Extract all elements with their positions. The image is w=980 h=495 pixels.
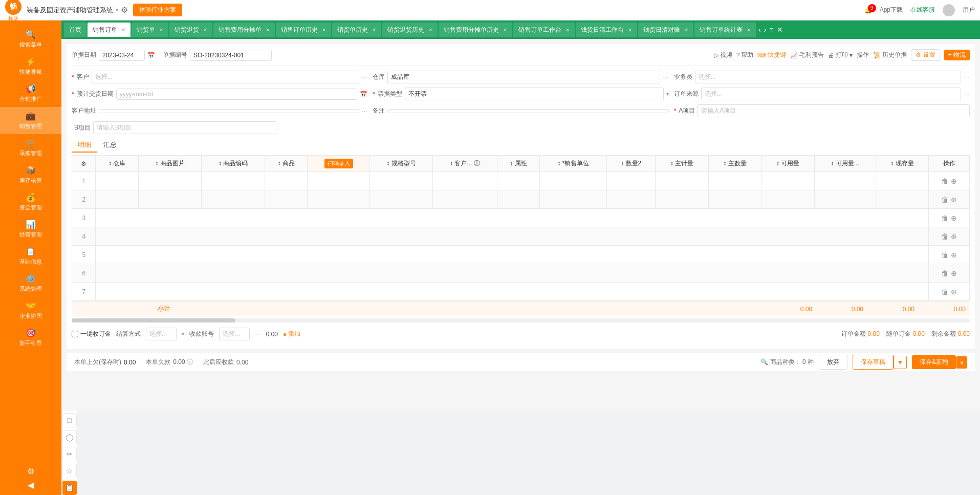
row-7-delete-icon[interactable]: 🗑 — [941, 288, 948, 296]
col-unit[interactable]: ↕ *销售单位 — [540, 156, 607, 172]
row-1-unit[interactable] — [540, 172, 607, 190]
tab-home[interactable]: 首页 — [64, 23, 86, 37]
discard-button[interactable]: 放弃 — [819, 355, 847, 370]
order-source-expand-icon[interactable]: ··· — [964, 90, 970, 98]
sidebar-item-operations[interactable]: 📊 经营管理 — [0, 216, 61, 243]
one-click-checkbox-label[interactable]: 一键收订金 — [72, 330, 111, 338]
row-1-warehouse[interactable] — [96, 172, 139, 190]
row-1-delete-icon[interactable]: 🗑 — [941, 177, 948, 185]
one-click-checkbox[interactable] — [72, 331, 78, 337]
sidebar-settings-icon[interactable]: ⚙ — [27, 466, 34, 476]
row-2-warehouse[interactable] — [96, 190, 139, 209]
tab-next-button[interactable]: › — [763, 26, 768, 34]
system-dropdown-arrow[interactable]: ▾ — [116, 7, 118, 13]
row-2-delete-icon[interactable]: 🗑 — [941, 196, 948, 204]
row-2-code[interactable] — [202, 190, 265, 209]
tab-menu-button[interactable]: ≡ — [768, 26, 775, 34]
row-6-delete-icon[interactable]: 🗑 — [941, 269, 948, 277]
row-7-copy-icon[interactable]: ⊕ — [951, 288, 957, 296]
col-code[interactable]: ↕ 商品编码 — [202, 156, 265, 172]
print-dropdown[interactable]: ▾ — [850, 52, 853, 59]
warehouse-input[interactable]: 成品库 — [387, 71, 660, 83]
save-new-dropdown-button[interactable]: ∨ — [956, 356, 967, 369]
sidebar-item-finance[interactable]: 💰 资金管理 — [0, 188, 61, 216]
sidebar-item-inventory[interactable]: 📦 库存核算 — [0, 161, 61, 188]
order-source-input[interactable]: 选择... — [701, 88, 962, 100]
save-draft-button[interactable]: 保存草稿 — [853, 355, 894, 370]
tab-invoice-history[interactable]: 销货单历史 ✕ — [332, 23, 381, 37]
col-customer-code[interactable]: ↕ 客户... ⓘ — [433, 156, 497, 172]
horizontal-scrollbar[interactable] — [72, 318, 970, 322]
online-service-link[interactable]: 在线客服 — [910, 6, 935, 14]
tab-sales-expense-close[interactable]: ✕ — [266, 27, 270, 33]
sidebar-item-marketing[interactable]: 📢 营销推广 — [0, 80, 61, 107]
operation-action[interactable]: 操作 — [857, 51, 869, 59]
row-1-qty2[interactable] — [607, 172, 656, 190]
salesperson-input[interactable]: 选择... — [695, 71, 962, 83]
right-icon-1[interactable]: □ — [62, 413, 77, 427]
sidebar-item-purchase[interactable]: 🛒 采购管理 — [0, 134, 61, 161]
col-qty2[interactable]: ↕ 数量2 — [607, 156, 656, 172]
row-2-unit[interactable] — [540, 190, 607, 209]
right-icon-2[interactable]: ◯ — [62, 430, 77, 444]
tab-sales-invoice[interactable]: 销货单 ✕ — [132, 23, 168, 37]
save-draft-dropdown-button[interactable]: ▼ — [894, 356, 907, 369]
row-3-copy-icon[interactable]: ⊕ — [951, 214, 957, 222]
row-1-customer-code[interactable] — [433, 172, 497, 190]
account-select[interactable]: 选择... — [219, 328, 250, 340]
tab-order-workbench[interactable]: 销售订单工作台 ✕ — [513, 23, 575, 37]
col-main-unit[interactable]: ↕ 主计量 — [656, 156, 709, 172]
setting-button[interactable]: ⚙ 设置 — [911, 49, 940, 61]
video-action[interactable]: ▷ 视频 — [714, 51, 732, 59]
sidebar-collapse-icon[interactable]: ◀ — [28, 480, 34, 490]
row-2-product[interactable] — [265, 190, 308, 209]
summary-tab[interactable]: 汇总 — [97, 138, 123, 153]
tab-return-history-close[interactable]: ✕ — [428, 27, 432, 33]
tab-sales-order[interactable]: 销售订单 ✕ — [88, 23, 130, 37]
row-2-qty2[interactable] — [607, 190, 656, 209]
right-icon-4[interactable]: ☆ — [62, 464, 77, 478]
tab-invoice-history-close[interactable]: ✕ — [372, 27, 376, 33]
tab-order-stats-close[interactable]: ✕ — [747, 27, 751, 33]
tab-sales-order-close[interactable]: ✕ — [121, 27, 125, 33]
solution-button[interactable]: 体验行业方案 — [133, 4, 182, 16]
col-image[interactable]: ↕ 商品图片 — [139, 156, 202, 172]
row-2-customer-code[interactable] — [433, 190, 497, 209]
sidebar-item-collab[interactable]: 🤝 企业协同 — [0, 297, 61, 324]
tab-cash-reconcile[interactable]: 钱货日清对账 ✕ — [638, 23, 693, 37]
scroll-thumb[interactable] — [72, 318, 235, 322]
row-2-main-qty[interactable] — [708, 190, 761, 209]
invoice-type-select[interactable]: 不开票 — [405, 88, 664, 100]
settings-gear-icon[interactable]: ⚙ — [121, 5, 128, 15]
col-settings[interactable]: ⚙ — [72, 156, 96, 172]
app-download-link[interactable]: App下载 — [880, 6, 903, 14]
tab-order-stats[interactable]: 销售订单统计表 ✕ — [694, 23, 756, 37]
right-icon-3[interactable]: ✏ — [62, 447, 77, 461]
row-5-copy-icon[interactable]: ⊕ — [951, 251, 957, 259]
tab-expense-history[interactable]: 销售费用分摊单历史 ✕ — [439, 23, 512, 37]
customer-input[interactable]: 选择... — [92, 71, 359, 83]
row-4-delete-icon[interactable]: 🗑 — [941, 232, 948, 241]
salesperson-expand-icon[interactable]: ··· — [964, 73, 970, 81]
notification-area[interactable]: 🔔 9 — [864, 7, 872, 14]
payment-method-select[interactable]: 选择... — [146, 328, 177, 340]
add-item-button[interactable]: + 物流 — [944, 50, 970, 60]
print-action[interactable]: 🖨 打印 ▾ — [828, 51, 853, 59]
history-action[interactable]: 📜 历史单据 — [873, 51, 907, 59]
tab-order-history-close[interactable]: ✕ — [322, 27, 326, 33]
order-num-value[interactable]: SO-20230324-001 — [190, 50, 272, 61]
sidebar-item-guide[interactable]: 🎯 新手引导 — [0, 324, 61, 351]
b-project-input[interactable]: 请输入B项目 — [93, 121, 276, 134]
tab-sales-invoice-close[interactable]: ✕ — [159, 27, 163, 33]
shortcut-action[interactable]: ⌨ 快捷键 — [757, 51, 786, 59]
help-action[interactable]: ? 帮助 — [736, 51, 754, 59]
row-1-product[interactable] — [265, 172, 308, 190]
remarks-input[interactable] — [387, 109, 668, 113]
tab-prev-button[interactable]: ‹ — [757, 26, 763, 34]
scan-button[interactable]: 扫码录入 — [324, 159, 353, 168]
date-value[interactable]: 2023-03-24 — [99, 50, 145, 61]
delivery-date-input[interactable]: yyyy-mm-dd — [116, 89, 358, 100]
row-5-delete-icon[interactable]: 🗑 — [941, 251, 948, 259]
a-project-input[interactable]: 请输入A项目 — [698, 104, 970, 117]
col-available[interactable]: ↕ 可用量 — [761, 156, 815, 172]
